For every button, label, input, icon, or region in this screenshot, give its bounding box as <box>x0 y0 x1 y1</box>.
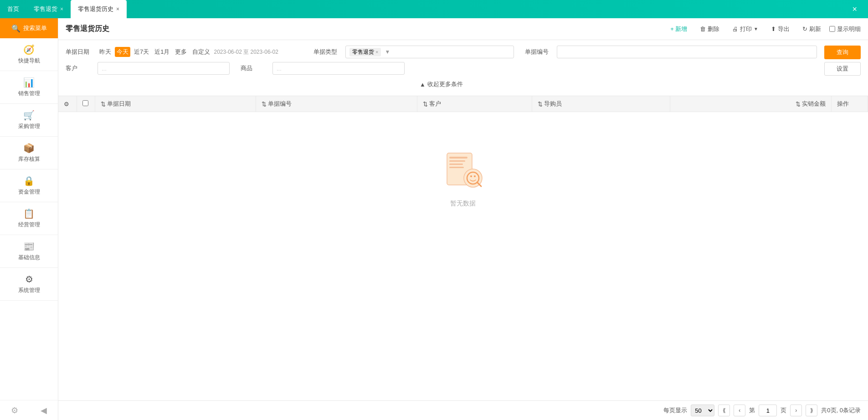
tab-home-label: 首页 <box>7 5 19 13</box>
delete-button[interactable]: 🗑 删除 <box>695 23 724 35</box>
show-detail-checkbox[interactable]: 显示明细 <box>829 25 861 33</box>
page-size-select[interactable]: 10 20 50 100 <box>691 405 714 416</box>
customer-input[interactable]: ... <box>98 62 230 75</box>
doc-number-label: 单据编号 <box>525 48 557 56</box>
th-checkbox[interactable] <box>77 96 95 112</box>
doc-type-tag-label: 零售退货 <box>352 48 374 56</box>
sidebar-item-basic-info[interactable]: 📰 基础信息 <box>0 235 58 268</box>
th-doc-date-label: 单据日期 <box>107 100 131 108</box>
collapse-sidebar-icon[interactable]: ◀ <box>41 405 47 415</box>
date-7days[interactable]: 近7天 <box>132 47 151 57</box>
sidebar-item-sales-mgmt[interactable]: 📊 销售管理 <box>0 71 58 104</box>
doc-number-filter-field: 单据编号 <box>525 46 817 58</box>
page-last-button[interactable]: ⟫ <box>806 405 817 416</box>
sidebar-item-operations-label: 经营管理 <box>18 221 40 229</box>
page-header: 零售退货历史 + 新增 🗑 删除 🖨 🖨 打印 打印 ▼ ⬆ 导出 ↻ 刷新 <box>58 18 868 40</box>
new-button[interactable]: + 新增 <box>666 23 692 35</box>
customer-label: 客户 <box>66 64 98 72</box>
date-more[interactable]: 更多 <box>173 47 189 57</box>
tab-retail-return-history-label: 零售退货历史 <box>78 5 113 13</box>
date-custom[interactable]: 自定义 <box>190 47 212 57</box>
sort-icon-customer: ⇅ <box>423 101 428 108</box>
svg-rect-3 <box>449 164 463 165</box>
tab-retail-return[interactable]: 零售退货 × <box>26 0 71 18</box>
tab-retail-return-history-close[interactable]: × <box>116 6 119 12</box>
doc-type-input[interactable]: 零售退货 × ▼ <box>345 46 514 58</box>
goods-filter-field: 商品 ... <box>241 62 405 75</box>
date-range-display: 2023-06-02 至 2023-06-02 <box>214 48 278 56</box>
quick-nav-icon: 🧭 <box>23 44 35 55</box>
sort-icon-doc-date: ⇅ <box>101 101 106 108</box>
date-shortcuts: 昨天 今天 近7天 近1月 更多 自定义 2023-06-02 至 2023-0… <box>98 47 278 57</box>
settings-bottom-icon[interactable]: ⚙ <box>11 405 18 415</box>
tab-home[interactable]: 首页 <box>0 0 26 18</box>
doc-type-tag-close[interactable]: × <box>375 49 378 55</box>
tab-retail-return-history[interactable]: 零售退货历史 × <box>71 0 127 18</box>
th-doc-date[interactable]: ⇅ 单据日期 <box>95 96 256 112</box>
sidebar-item-inventory[interactable]: 📦 库存核算 <box>0 137 58 169</box>
page-first-button[interactable]: ⟪ <box>718 405 730 416</box>
th-guide[interactable]: ⇅ 导购员 <box>532 96 670 112</box>
window-close-button[interactable]: × <box>848 3 861 16</box>
sort-icon-doc-number: ⇅ <box>262 101 267 108</box>
svg-rect-2 <box>449 160 465 162</box>
show-detail-label: 显示明细 <box>837 25 861 33</box>
empty-state: 暂无数据 <box>58 112 868 244</box>
show-detail-input[interactable] <box>829 26 835 32</box>
sidebar-item-system[interactable]: ⚙ 系统管理 <box>0 268 58 301</box>
th-doc-number-label: 单据编号 <box>268 100 292 108</box>
filter-settings-button[interactable]: 设置 <box>824 62 861 76</box>
th-settings[interactable]: ⚙ <box>58 96 77 112</box>
print-button[interactable]: 🖨 🖨 打印 打印 ▼ <box>728 23 763 35</box>
purchase-icon: 🛒 <box>23 110 35 121</box>
query-button[interactable]: 查询 <box>824 46 861 59</box>
total-records: 共0页, 0条记录 <box>821 406 861 415</box>
tab-retail-return-close[interactable]: × <box>60 6 63 12</box>
sidebar-item-system-label: 系统管理 <box>18 287 40 294</box>
table-area: ⚙ ⇅ 单据日期 ⇅ <box>58 96 868 400</box>
select-all-checkbox[interactable] <box>82 100 88 106</box>
refresh-icon: ↻ <box>802 26 807 32</box>
sidebar-item-quick-nav[interactable]: 🧭 快捷导航 <box>0 38 58 71</box>
sidebar-item-operations[interactable]: 📋 经营管理 <box>0 202 58 235</box>
goods-input[interactable]: ... <box>272 62 405 75</box>
doc-type-label: 单据类型 <box>313 48 345 56</box>
tab-list: 首页 零售退货 × 零售退货历史 × <box>0 0 848 18</box>
page-number-input[interactable] <box>759 405 777 416</box>
filter-row-2: 客户 ... 商品 ... <box>66 62 817 75</box>
th-customer[interactable]: ⇅ 客户 <box>417 96 532 112</box>
empty-icon <box>440 149 486 194</box>
doc-number-input[interactable] <box>557 46 817 58</box>
date-today[interactable]: 今天 <box>115 47 130 57</box>
query-settings-col: 查询 设置 <box>824 46 861 76</box>
system-icon: ⚙ <box>25 274 33 285</box>
inventory-icon: 📦 <box>23 143 35 154</box>
collapse-label: 收起更多条件 <box>427 80 463 88</box>
collapse-button[interactable]: ▲ 收起更多条件 <box>420 78 463 90</box>
page-next-button[interactable]: › <box>790 405 802 416</box>
sidebar-item-purchase-mgmt[interactable]: 🛒 采购管理 <box>0 104 58 137</box>
empty-state-cell: 暂无数据 <box>58 112 868 245</box>
th-doc-number[interactable]: ⇅ 单据编号 <box>256 96 417 112</box>
doc-type-dropdown-arrow[interactable]: ▼ <box>385 49 390 55</box>
sidebar-menu: 🧭 快捷导航 📊 销售管理 🛒 采购管理 📦 库存核算 🔒 资金管理 📋 <box>0 38 58 400</box>
refresh-button[interactable]: ↻ 刷新 <box>798 23 826 35</box>
page-prev-button[interactable]: ‹ <box>734 405 745 416</box>
page-size-label: 每页显示 <box>663 406 687 415</box>
sidebar-item-inventory-label: 库存核算 <box>18 155 40 163</box>
empty-text: 暂无数据 <box>450 200 476 208</box>
date-filter-field: 单据日期 昨天 今天 近7天 近1月 更多 自定义 2023-06-02 至 2… <box>66 47 303 57</box>
date-yesterday[interactable]: 昨天 <box>98 47 113 57</box>
doc-type-filter-field: 单据类型 零售退货 × ▼ <box>313 46 514 58</box>
main-layout: 🔍 搜索菜单 🧭 快捷导航 📊 销售管理 🛒 采购管理 📦 库存核算 🔒 <box>0 18 868 420</box>
th-amount[interactable]: ⇅ 实销金额 <box>670 96 832 112</box>
page-title: 零售退货历史 <box>66 24 109 34</box>
sidebar-search[interactable]: 🔍 搜索菜单 <box>0 18 58 38</box>
settings-icon[interactable]: ⚙ <box>64 101 69 108</box>
sidebar: 🔍 搜索菜单 🧭 快捷导航 📊 销售管理 🛒 采购管理 📦 库存核算 🔒 <box>0 18 58 420</box>
doc-type-tag: 零售退货 × <box>349 48 381 56</box>
export-button[interactable]: ⬆ 导出 <box>766 23 794 35</box>
sidebar-item-finance[interactable]: 🔒 资金管理 <box>0 169 58 202</box>
date-label: 单据日期 <box>66 48 98 56</box>
date-1month[interactable]: 近1月 <box>153 47 171 57</box>
